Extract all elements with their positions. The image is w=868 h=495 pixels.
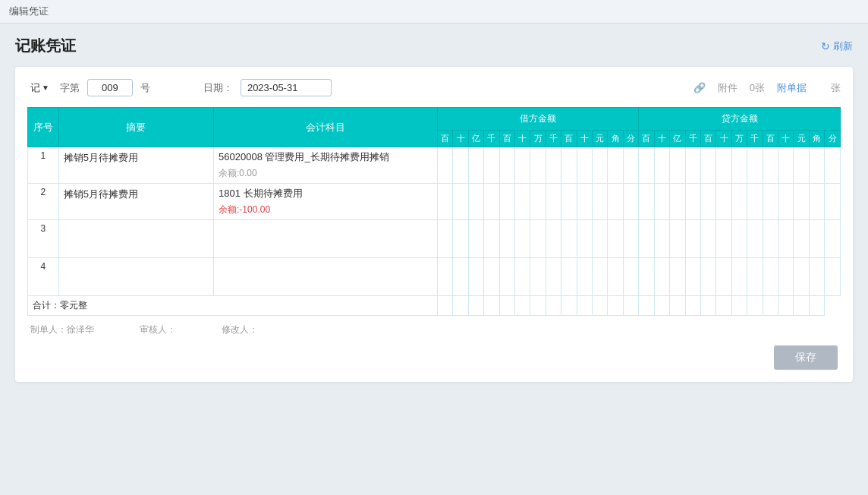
credit-char-十2: 十 xyxy=(716,131,731,147)
row2-account[interactable]: 1801 长期待摊费用 余额:-100.00 xyxy=(214,184,438,220)
row1-summary[interactable]: 摊销5月待摊费用 xyxy=(58,147,213,184)
credit-char-十3: 十 xyxy=(778,131,793,147)
debit-char-万: 万 xyxy=(530,131,546,147)
debit-char-十: 十 xyxy=(453,131,468,147)
modifier-label: 修改人： xyxy=(222,323,258,336)
total-label: 合计：零元整 xyxy=(28,296,438,316)
credit-char-千2: 千 xyxy=(747,131,763,147)
credit-char-十: 十 xyxy=(654,131,669,147)
credit-char-角: 角 xyxy=(809,131,824,147)
th-summary: 摘要 xyxy=(58,108,213,147)
title-bar: 编辑凭证 xyxy=(0,0,868,24)
credit-char-元: 元 xyxy=(794,131,809,147)
row3-account[interactable] xyxy=(214,220,438,258)
credit-char-百3: 百 xyxy=(763,131,778,147)
row2-seq: 2 xyxy=(28,184,59,220)
auditor-label: 审核人： xyxy=(140,323,176,336)
total-row: 合计：零元整 xyxy=(28,296,841,316)
num-suffix: 号 xyxy=(140,81,150,95)
debit-char-百: 百 xyxy=(438,131,453,147)
attach-single-link[interactable]: 附单据 xyxy=(777,81,807,95)
credit-char-万: 万 xyxy=(731,131,747,147)
page-title: 记账凭证 xyxy=(15,36,76,56)
row3-summary[interactable] xyxy=(58,220,213,258)
row2-summary[interactable]: 摊销5月待摊费用 xyxy=(58,184,213,220)
debit-char-元: 元 xyxy=(593,131,608,147)
title-bar-text: 编辑凭证 xyxy=(9,5,49,17)
row3-seq: 3 xyxy=(28,220,59,258)
voucher-table: 序号 摘要 会计科目 借方金额 贷方金额 百 十 亿 千 百 十 万 千 百 十 xyxy=(27,107,841,316)
credit-char-亿: 亿 xyxy=(670,131,685,147)
footer-save-area: 保存 xyxy=(27,339,841,370)
table-row: 2 摊销5月待摊费用 1801 长期待摊费用 余额:-100.00 xyxy=(28,184,841,220)
footer-row: 制单人：徐泽华 审核人： 修改人： xyxy=(27,316,841,339)
voucher-type-button[interactable]: 记 ▼ xyxy=(27,80,52,96)
debit-char-百2: 百 xyxy=(499,131,514,147)
table-row: 3 xyxy=(28,220,841,258)
page-header: 记账凭证 ↻ 刷新 xyxy=(15,36,853,56)
date-input[interactable] xyxy=(241,79,332,96)
table-row: 4 xyxy=(28,258,841,296)
voucher-number-input[interactable] xyxy=(87,79,133,96)
debit-char-十2: 十 xyxy=(515,131,530,147)
debit-char-十3: 十 xyxy=(577,131,592,147)
row4-summary[interactable] xyxy=(58,258,213,296)
attach-label: 附件 xyxy=(718,81,737,95)
row1-account[interactable]: 56020008 管理费用_长期待摊费用摊销 余额:0.00 xyxy=(214,147,438,184)
credit-char-百: 百 xyxy=(639,131,654,147)
attach-count: 0张 xyxy=(750,81,765,95)
row4-account[interactable] xyxy=(214,258,438,296)
th-debit: 借方金额 xyxy=(438,108,639,131)
debit-char-分: 分 xyxy=(623,131,638,147)
attach-icon: 🔗 xyxy=(693,82,706,93)
dropdown-icon: ▼ xyxy=(42,84,49,92)
refresh-icon: ↻ xyxy=(821,40,830,52)
credit-char-千: 千 xyxy=(685,131,700,147)
zi-label: 字第 xyxy=(60,81,80,95)
form-row: 记 ▼ 字第 号 日期： 🔗 附件 0张 附单据 张 xyxy=(27,79,841,96)
th-credit: 贷方金额 xyxy=(639,108,841,131)
save-button[interactable]: 保存 xyxy=(774,345,838,370)
table-row: 1 摊销5月待摊费用 56020008 管理费用_长期待摊费用摊销 余额:0.0… xyxy=(28,147,841,184)
th-account: 会计科目 xyxy=(214,108,438,147)
debit-char-百3: 百 xyxy=(561,131,577,147)
debit-char-千2: 千 xyxy=(546,131,561,147)
debit-char-角: 角 xyxy=(608,131,623,147)
refresh-button[interactable]: ↻ 刷新 xyxy=(821,39,853,53)
attach-pages-label: 张 xyxy=(831,81,841,95)
credit-char-分: 分 xyxy=(825,131,841,147)
main-container: 记账凭证 ↻ 刷新 记 ▼ 字第 号 日期： 🔗 附件 0张 附单据 张 xyxy=(0,24,868,394)
th-seq: 序号 xyxy=(28,108,59,147)
refresh-label: 刷新 xyxy=(833,39,853,53)
date-label: 日期： xyxy=(203,81,233,95)
row1-seq: 1 xyxy=(28,147,59,184)
voucher-type-label: 记 xyxy=(30,81,40,95)
row4-seq: 4 xyxy=(28,258,59,296)
attachments-area: 🔗 附件 0张 附单据 张 xyxy=(693,81,841,95)
maker-label: 制单人：徐泽华 xyxy=(30,323,94,336)
credit-char-百2: 百 xyxy=(700,131,715,147)
debit-char-亿: 亿 xyxy=(468,131,483,147)
card: 记 ▼ 字第 号 日期： 🔗 附件 0张 附单据 张 序号 摘要 xyxy=(15,67,853,382)
debit-char-千: 千 xyxy=(484,131,499,147)
